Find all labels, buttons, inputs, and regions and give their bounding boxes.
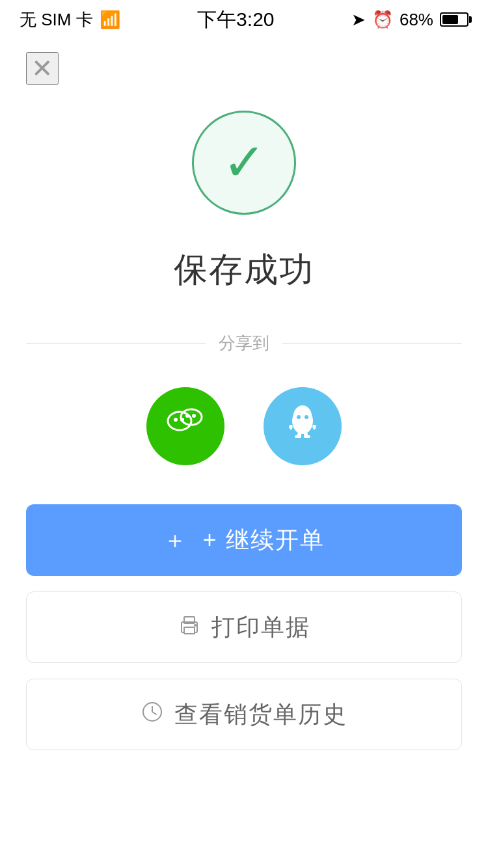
svg-point-4	[185, 414, 189, 418]
svg-rect-12	[295, 435, 301, 438]
action-buttons: ＋ + 继续开单 打印单据 查看销货单历史	[26, 504, 462, 750]
close-icon: ✕	[31, 55, 53, 81]
qq-share-button[interactable]	[264, 387, 342, 465]
share-divider: 分享到	[26, 332, 462, 355]
battery-icon	[440, 12, 468, 27]
qq-icon	[283, 403, 322, 450]
battery-percentage: 68%	[400, 10, 433, 30]
alarm-icon: ⏰	[372, 10, 393, 30]
svg-point-2	[174, 418, 178, 422]
wechat-icon	[166, 403, 205, 450]
svg-point-8	[297, 415, 301, 419]
history-icon	[141, 700, 164, 729]
svg-rect-13	[304, 435, 310, 438]
status-bar: 无 SIM 卡 📶 下午3:20 ➤ ⏰ 68%	[0, 0, 488, 39]
status-right: ➤ ⏰ 68%	[351, 10, 468, 30]
battery-container	[440, 12, 468, 27]
location-icon: ➤	[351, 10, 366, 30]
wechat-share-button[interactable]	[146, 387, 224, 465]
success-icon-container: ✓	[192, 111, 296, 215]
svg-point-9	[305, 415, 308, 419]
share-label: 分享到	[219, 332, 269, 355]
status-time: 下午3:20	[197, 7, 274, 33]
svg-rect-15	[184, 627, 195, 634]
share-section: 分享到	[26, 332, 462, 465]
success-title: 保存成功	[174, 247, 314, 293]
close-button[interactable]: ✕	[26, 52, 59, 85]
share-icons	[26, 387, 462, 465]
svg-point-17	[194, 624, 197, 627]
plus-icon: ＋	[163, 524, 188, 556]
print-icon	[178, 613, 201, 642]
svg-point-5	[192, 414, 196, 418]
status-left: 无 SIM 卡 📶	[20, 8, 120, 31]
continue-button[interactable]: ＋ + 继续开单	[26, 504, 462, 576]
main-content: ✕ ✓ 保存成功 分享到	[0, 39, 488, 750]
svg-point-7	[293, 405, 312, 426]
history-button[interactable]: 查看销货单历史	[26, 679, 462, 750]
print-button[interactable]: 打印单据	[26, 591, 462, 663]
divider-left	[26, 343, 206, 344]
svg-point-3	[180, 418, 184, 422]
print-label: 打印单据	[211, 612, 310, 644]
wifi-icon: 📶	[100, 10, 120, 30]
divider-right	[282, 343, 462, 344]
battery-fill	[442, 15, 458, 24]
checkmark-icon: ✓	[223, 137, 266, 189]
sim-text: 无 SIM 卡	[20, 8, 93, 31]
continue-label: + 继续开单	[202, 524, 324, 556]
history-label: 查看销货单历史	[174, 699, 347, 731]
